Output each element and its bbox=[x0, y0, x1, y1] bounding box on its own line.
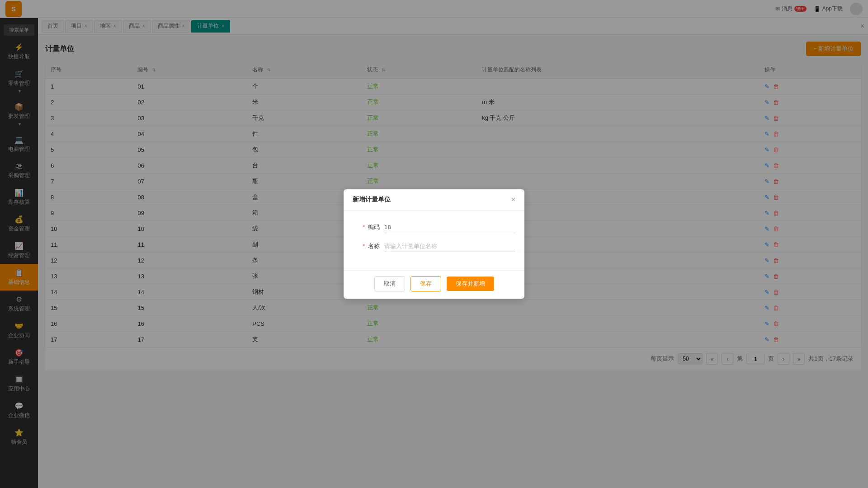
modal-overlay: 新增计量单位 × * 编码 * 名称 取消 保存 保存并新增 bbox=[0, 0, 868, 488]
code-label: * 编码 bbox=[353, 223, 380, 231]
add-unit-modal: 新增计量单位 × * 编码 * 名称 取消 保存 保存并新增 bbox=[344, 189, 524, 299]
save-new-button[interactable]: 保存并新增 bbox=[447, 277, 494, 291]
form-row-code: * 编码 bbox=[353, 221, 515, 233]
save-button[interactable]: 保存 bbox=[410, 276, 441, 291]
name-input[interactable] bbox=[384, 240, 515, 252]
code-input[interactable] bbox=[384, 221, 515, 233]
modal-footer: 取消 保存 保存并新增 bbox=[344, 270, 524, 299]
name-label: * 名称 bbox=[353, 242, 380, 250]
code-label-text: 编码 bbox=[368, 224, 380, 230]
required-star-code: * bbox=[363, 224, 365, 230]
form-row-name: * 名称 bbox=[353, 240, 515, 252]
modal-close-button[interactable]: × bbox=[511, 196, 515, 204]
required-star-name: * bbox=[363, 243, 365, 249]
cancel-button[interactable]: 取消 bbox=[374, 276, 405, 291]
modal-title: 新增计量单位 bbox=[353, 196, 391, 204]
modal-body: * 编码 * 名称 bbox=[344, 211, 524, 270]
name-label-text: 名称 bbox=[368, 243, 380, 249]
modal-header: 新增计量单位 × bbox=[344, 189, 524, 211]
